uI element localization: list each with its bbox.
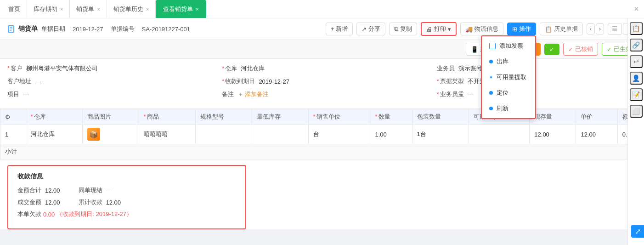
receipt-title: 收款信息 [17,172,236,181]
share-label: 分享 [368,25,380,33]
data-table: ⚙ 仓库 商品图片 商品 规格型号 最低库存 销售单位 数量 包装数量 可用量 … [0,109,644,160]
table-body: 1 河北仓库 📦 嘻嘻嘻嘻 台 1.00 1台 12.00 12.00 0. [0,125,644,160]
outstanding-note: （收款到期日: 2019-12-27） [56,210,132,218]
sidebar-return-button[interactable]: ↩ [630,55,643,68]
already-cancelled-button[interactable]: ✓ 已核销 [563,43,598,56]
cancel-check-icon: ✓ [568,46,573,53]
sidebar-note-button[interactable]: 📝 [630,88,643,101]
dropdown-available-qty[interactable]: 可用量提取 [482,69,535,85]
tab-view-sales-close[interactable]: × [196,6,198,12]
refresh-label: 刷新 [497,104,508,113]
nav-arrows: ‹ › [587,23,604,34]
sidebar-user-button[interactable]: 👤 [630,72,643,85]
address-field: 客户地址 — [7,77,207,85]
sidebar-expand-button[interactable]: ⤢ [631,225,644,235]
cumulative-receipt-value: 12.00 [106,199,121,206]
dropdown-outbound[interactable]: 出库 [482,54,535,69]
operate-button[interactable]: ⊞ 操作 [507,23,536,35]
table-head: ⚙ 仓库 商品图片 商品 规格型号 最低库存 销售单位 数量 包装数量 可用量 … [0,109,644,125]
address-label: 客户地址 [7,77,31,85]
total-amount-label: 金额合计 [17,186,41,194]
tab-sales-order[interactable]: 销货单 × [70,0,107,18]
dropdown-refresh[interactable]: 刷新 [482,101,535,116]
dropdown-add-invoice[interactable]: 添加发票 [482,38,535,54]
note-field: 备注 ＋ 添加备注 [222,90,422,98]
col-product-img: 商品图片 [82,109,139,125]
tab-home[interactable]: 首页 [4,0,27,18]
sidebar-box-button[interactable]: ⬜ [630,105,643,118]
print-button[interactable]: 🖨 打印 ▾ [421,22,457,36]
share-button[interactable]: ↗ 分享 [356,23,385,35]
cell-warehouse: 河北仓库 [26,125,82,144]
address-value: — [35,78,41,85]
same-order-settle-label: 同单现结 [79,186,102,194]
cell-sales-unit: 台 [308,125,370,144]
receipt-row-1: 金额合计 12.00 同单现结 — [17,186,236,194]
refresh-icon [489,107,493,110]
prev-button[interactable]: ‹ [587,23,595,34]
dropdown-locate[interactable]: 定位 [482,85,535,101]
list-view-button[interactable]: ☰ [608,23,622,35]
history-label: 历史单据 [554,25,578,33]
table-wrapper: ⚙ 仓库 商品图片 商品 规格型号 最低库存 销售单位 数量 包装数量 可用量 … [0,108,644,160]
add-note-button[interactable]: ＋ 添加备注 [237,90,269,98]
tab-home-label: 首页 [8,5,20,13]
customer-field: 客户 柳州粤港平安气体有限公司 [7,64,207,73]
doc-meta: 单据日期 2019-12-27 单据编号 SA-20191227-001 [41,25,190,33]
salesperson-value: — [468,91,474,98]
next-button[interactable]: › [596,23,604,34]
sub-action-bar: 📱 来自手机 未开票 ✓ ✓ 已核销 ✓ 已生效 [0,40,644,59]
copy-button[interactable]: ⧉ 复制 [389,23,417,35]
same-order-settle-value: — [106,187,112,194]
col-warehouse: 仓库 [26,109,82,125]
form-row-1: 客户 柳州粤港平安气体有限公司 仓库 河北仓库 业务员 演示账号 [7,64,637,73]
check-button[interactable]: ✓ [544,44,559,55]
tab-sales-history-label: 销货单历史 [113,5,143,13]
share-icon: ↗ [362,26,367,33]
cumulative-receipt-field: 累计收款 12.00 [79,198,121,206]
close-all-button[interactable]: × [634,5,638,13]
col-current-stock: 现存量 [530,109,576,125]
operate-label: 操作 [519,25,531,33]
cell-pack-qty: 1台 [412,125,469,144]
cell-product: 嘻嘻嘻嘻 [139,125,195,144]
tab-sales-order-close[interactable]: × [97,6,100,12]
form-row-2: 客户地址 — 收款到期日 2019-12-27 票据类型 不开票 [7,77,637,85]
new-button[interactable]: + 新增 [326,23,353,35]
right-sidebar: 📋 🔗 ↩ 👤 📝 ⬜ [627,18,644,235]
tab-sales-history[interactable]: 销货单历史 × [107,0,156,18]
logistics-button[interactable]: 🚚 物流信息 [460,23,503,35]
outstanding-field: 本单欠款 0.00 （收款到期日: 2019-12-27） [17,210,132,218]
salesperson-label: 业务员孟 [437,90,464,98]
product-image: 📦 [87,128,100,141]
tab-view-sales[interactable]: 查看销货单 × [156,0,206,18]
payment-date-label: 收款到期日 [222,77,255,85]
project-label: 项目 [7,90,19,98]
copy-icon: ⧉ [394,25,398,33]
warehouse-field: 仓库 河北仓库 [222,64,422,73]
tab-inventory-close[interactable]: × [60,6,63,12]
sidebar-link-button[interactable]: 🔗 [630,39,643,51]
sidebar-clipboard-button[interactable]: 📋 [630,22,643,35]
history-button[interactable]: 📋 历史单据 [540,23,583,35]
copy-label: 复制 [400,25,412,33]
employee-value: 演示账号 [458,64,482,73]
tab-inventory-label: 库存期初 [34,5,57,13]
customer-value: 柳州粤港平安气体有限公司 [26,64,98,73]
settings-icon[interactable]: ⚙ [5,114,11,120]
sales-order-icon [7,25,15,33]
doc-actions: + 新增 ↗ 分享 ⧉ 复制 🖨 打印 ▾ 🚚 物流信息 [326,22,637,36]
ticket-type-field: 票据类型 不开票 [437,77,637,85]
tab-bar: 首页 库存期初 × 销货单 × 销货单历史 × 查看销货单 × × [0,0,644,18]
logistics-icon: 🚚 [465,26,473,33]
note-label: 备注 [222,90,234,98]
tab-inventory[interactable]: 库存期初 × [27,0,70,18]
total-amount-field: 金额合计 12.00 [17,186,60,194]
table-row: 1 河北仓库 📦 嘻嘻嘻嘻 台 1.00 1台 12.00 12.00 0. [0,125,644,144]
subtotal-label: 小计 [0,144,644,160]
history-icon: 📋 [545,26,552,33]
tab-sales-history-close[interactable]: × [146,6,149,12]
effect-check-icon: ✓ [607,46,612,53]
form-row-3: 项目 — 备注 ＋ 添加备注 业务员孟 — [7,90,637,98]
doc-type-label: 销货单 [18,25,38,33]
